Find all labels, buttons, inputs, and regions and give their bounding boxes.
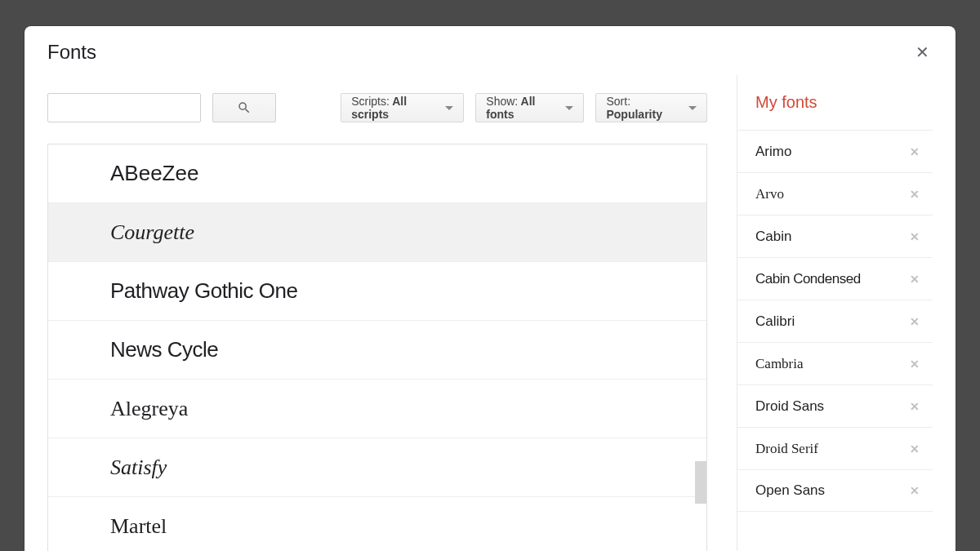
my-font-name-label: Droid Serif: [755, 441, 818, 457]
remove-font-icon[interactable]: ✕: [910, 230, 920, 243]
search-icon: [237, 100, 252, 115]
font-name-label: Pathway Gothic One: [110, 278, 297, 304]
font-name-label: News Cycle: [110, 337, 218, 362]
chevron-down-icon: [445, 106, 453, 110]
my-font-row[interactable]: Arvo✕: [737, 172, 933, 215]
chevron-down-icon: [688, 106, 697, 110]
scrollbar-thumb[interactable]: [695, 461, 706, 504]
scripts-filter-prefix: Scripts:: [351, 95, 390, 108]
search-button[interactable]: [212, 93, 276, 122]
sort-filter-dropdown[interactable]: Sort: Popularity: [595, 93, 707, 122]
remove-font-icon[interactable]: ✕: [910, 145, 920, 158]
scripts-filter-dropdown[interactable]: Scripts: All scripts: [341, 93, 464, 122]
my-font-row[interactable]: Droid Serif✕: [737, 427, 933, 469]
available-font-row[interactable]: Pathway Gothic One: [48, 262, 706, 321]
remove-font-icon[interactable]: ✕: [910, 484, 920, 497]
sort-filter-value: Popularity: [606, 108, 662, 121]
dialog-title: Fonts: [47, 41, 96, 64]
available-font-row[interactable]: News Cycle: [48, 321, 706, 380]
my-font-name-label: Arvo: [755, 186, 784, 202]
my-font-name-label: Calibri: [755, 313, 795, 330]
fonts-dialog: Fonts ✕ Scripts: All scripts: [24, 26, 956, 551]
my-fonts-title: My fonts: [737, 93, 933, 130]
show-filter-prefix: Show:: [486, 95, 518, 108]
dialog-body: Scripts: All scripts Show: All fonts Sor…: [24, 75, 956, 551]
font-name-label: Courgette: [110, 220, 194, 245]
font-name-label: Alegreya: [110, 397, 188, 421]
remove-font-icon[interactable]: ✕: [910, 273, 920, 286]
fonts-toolbar: Scripts: All scripts Show: All fonts Sor…: [47, 75, 707, 144]
my-font-name-label: Cabin Condensed: [755, 271, 861, 287]
available-fonts-pane: Scripts: All scripts Show: All fonts Sor…: [47, 75, 707, 551]
my-font-row[interactable]: Cabin✕: [737, 215, 933, 257]
my-font-row[interactable]: Calibri✕: [737, 300, 933, 342]
my-font-name-label: Cabin: [755, 229, 791, 245]
chevron-down-icon: [565, 106, 573, 110]
font-name-label: Martel: [110, 514, 167, 539]
available-fonts-list-container: ABeeZeeCourgettePathway Gothic OneNews C…: [47, 144, 707, 551]
my-font-row[interactable]: Open Sans✕: [737, 469, 933, 512]
remove-font-icon[interactable]: ✕: [910, 400, 920, 413]
my-font-name-label: Arimo: [755, 144, 791, 160]
close-icon[interactable]: ✕: [912, 41, 933, 64]
available-font-row[interactable]: Martel: [48, 497, 706, 551]
my-font-row[interactable]: Droid Sans✕: [737, 384, 933, 427]
my-font-row[interactable]: Cabin Condensed✕: [737, 257, 933, 300]
show-filter-dropdown[interactable]: Show: All fonts: [475, 93, 584, 122]
available-font-row[interactable]: Courgette: [48, 203, 706, 262]
my-fonts-pane: My fonts Arimo✕Arvo✕Cabin✕Cabin Condense…: [737, 75, 933, 551]
dialog-header: Fonts ✕: [24, 26, 956, 75]
available-font-row[interactable]: ABeeZee: [48, 144, 706, 203]
remove-font-icon[interactable]: ✕: [910, 358, 920, 371]
my-font-name-label: Droid Sans: [755, 398, 824, 415]
font-search-input[interactable]: [47, 93, 201, 122]
app-backdrop: [0, 0, 980, 26]
my-font-name-label: Open Sans: [755, 482, 825, 499]
remove-font-icon[interactable]: ✕: [910, 188, 920, 201]
my-font-name-label: Cambria: [755, 356, 804, 372]
my-fonts-list: Arimo✕Arvo✕Cabin✕Cabin Condensed✕Calibri…: [737, 130, 933, 551]
sort-filter-prefix: Sort:: [606, 95, 630, 108]
remove-font-icon[interactable]: ✕: [910, 442, 920, 455]
font-name-label: ABeeZee: [110, 161, 198, 186]
font-name-label: Satisfy: [110, 455, 167, 480]
remove-font-icon[interactable]: ✕: [910, 315, 920, 328]
my-font-row[interactable]: Arimo✕: [737, 130, 933, 172]
available-font-row[interactable]: Alegreya: [48, 380, 706, 438]
my-font-row[interactable]: Cambria✕: [737, 342, 933, 384]
available-font-row[interactable]: Satisfy: [48, 438, 706, 497]
available-fonts-list[interactable]: ABeeZeeCourgettePathway Gothic OneNews C…: [48, 144, 706, 551]
